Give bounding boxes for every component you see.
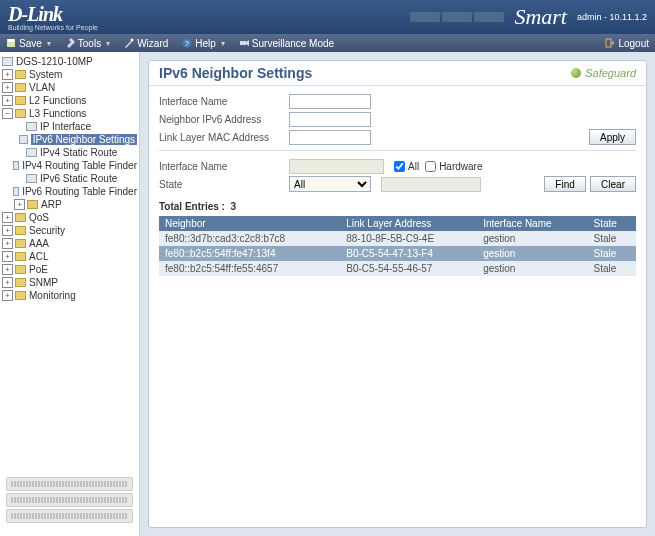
expand-icon[interactable]: + — [2, 290, 13, 301]
tree-node[interactable]: +Monitoring — [2, 289, 137, 302]
wizard-label: Wizard — [137, 38, 168, 49]
wizard-button[interactable]: Wizard — [124, 38, 168, 49]
help-menu[interactable]: ? Help▾ — [182, 38, 225, 49]
page-icon — [13, 187, 19, 196]
tree-node[interactable]: +System — [2, 68, 137, 81]
table-row[interactable]: fe80::b2c5:54ff:fe55:4657B0-C5-54-55-46-… — [159, 261, 636, 276]
tree-node[interactable]: IPv6 Static Route — [2, 172, 137, 185]
header-switch-graphic — [410, 12, 504, 22]
tree-label: ARP — [41, 199, 62, 210]
tree-node[interactable]: +L2 Functions — [2, 94, 137, 107]
safeguard-badge: Safeguard — [571, 67, 636, 79]
input-interface-name[interactable] — [289, 94, 371, 109]
tree-node[interactable]: IPv6 Routing Table Finder — [2, 185, 137, 198]
expand-icon[interactable]: + — [2, 212, 13, 223]
tree-node[interactable]: IPv4 Routing Table Finder — [2, 159, 137, 172]
folder-icon — [15, 291, 26, 300]
body: DGS-1210-10MP +System+VLAN+L2 Functions−… — [0, 52, 655, 536]
folder-icon — [15, 109, 26, 118]
input-link-layer-mac[interactable] — [289, 130, 371, 145]
apply-button[interactable]: Apply — [589, 129, 636, 145]
expand-icon[interactable]: + — [2, 251, 13, 262]
col-link-layer: Link Layer Address — [340, 216, 477, 231]
select-state[interactable]: All — [289, 176, 371, 192]
save-label: Save — [19, 38, 42, 49]
col-neighbor: Neighbor — [159, 216, 340, 231]
tree-node[interactable]: +AAA — [2, 237, 137, 250]
expand-icon[interactable]: + — [2, 225, 13, 236]
tree-label: IPv6 Neighbor Settings — [31, 134, 137, 145]
table-row[interactable]: fe80::3d7b:cad3:c2c8:b7c888-10-8F-5B-C9-… — [159, 231, 636, 246]
expand-icon[interactable]: + — [2, 95, 13, 106]
label-neighbor-ipv6: Neighbor IPv6 Address — [159, 114, 289, 125]
surveillance-button[interactable]: Surveillance Mode — [239, 38, 334, 49]
tree-label: L2 Functions — [29, 95, 86, 106]
expand-icon[interactable]: + — [2, 264, 13, 275]
checkbox-hardware-wrap[interactable]: Hardware — [425, 161, 482, 172]
expand-icon[interactable]: − — [2, 108, 13, 119]
sidebar: DGS-1210-10MP +System+VLAN+L2 Functions−… — [0, 52, 140, 536]
tree-node[interactable]: IPv6 Neighbor Settings — [2, 133, 137, 146]
logout-button[interactable]: Logout — [605, 38, 649, 49]
table-row[interactable]: fe80::b2c5:54ff:fe47:13f4B0-C5-54-47-13-… — [159, 246, 636, 261]
tree-node[interactable]: IP Interface — [2, 120, 137, 133]
input-neighbor-ipv6[interactable] — [289, 112, 371, 127]
expand-icon[interactable]: + — [14, 199, 25, 210]
table-cell: gestion — [477, 261, 587, 276]
table-cell: 88-10-8F-5B-C9-4E — [340, 231, 477, 246]
tree-label: ACL — [29, 251, 48, 262]
table-cell: Stale — [587, 246, 636, 261]
tree-device[interactable]: DGS-1210-10MP — [2, 55, 137, 68]
tree-label: Security — [29, 225, 65, 236]
tree-node[interactable]: +PoE — [2, 263, 137, 276]
tree-node[interactable]: +SNMP — [2, 276, 137, 289]
table-cell: B0-C5-54-55-46-57 — [340, 261, 477, 276]
table-cell: gestion — [477, 231, 587, 246]
svg-point-2 — [131, 39, 134, 42]
safeguard-icon — [571, 68, 581, 78]
find-button[interactable]: Find — [544, 176, 586, 192]
checkbox-all[interactable] — [394, 161, 405, 172]
tree-node[interactable]: +VLAN — [2, 81, 137, 94]
help-label: Help — [195, 38, 216, 49]
tree-node[interactable]: +ACL — [2, 250, 137, 263]
checkbox-hardware-label: Hardware — [439, 161, 482, 172]
smart-brand: Smart — [514, 4, 567, 30]
col-interface: Interface Name — [477, 216, 587, 231]
svg-rect-5 — [240, 41, 246, 45]
neighbor-table: Neighbor Link Layer Address Interface Na… — [159, 216, 636, 276]
checkbox-all-label: All — [408, 161, 419, 172]
tree-label: IPv4 Static Route — [40, 147, 117, 158]
checkbox-all-wrap[interactable]: All — [394, 161, 419, 172]
folder-icon — [15, 213, 26, 222]
settings-panel: IPv6 Neighbor Settings Safeguard Interfa… — [148, 60, 647, 528]
nav-tree: DGS-1210-10MP +System+VLAN+L2 Functions−… — [2, 55, 137, 471]
save-menu[interactable]: Save▾ — [6, 38, 51, 49]
expand-icon[interactable]: + — [2, 238, 13, 249]
safeguard-label: Safeguard — [585, 67, 636, 79]
expand-icon[interactable]: + — [2, 69, 13, 80]
logo: D-Link Building Networks for People — [8, 4, 98, 31]
folder-icon — [15, 265, 26, 274]
tree-node[interactable]: +QoS — [2, 211, 137, 224]
clear-button[interactable]: Clear — [590, 176, 636, 192]
tree-node[interactable]: +Security — [2, 224, 137, 237]
page-icon — [19, 135, 27, 144]
tree-label: PoE — [29, 264, 48, 275]
checkbox-hardware[interactable] — [425, 161, 436, 172]
table-cell: fe80::b2c5:54ff:fe47:13f4 — [159, 246, 340, 261]
expand-icon[interactable]: + — [2, 82, 13, 93]
svg-rect-1 — [8, 39, 14, 42]
readonly-state-extra — [381, 177, 481, 192]
tree-label: Monitoring — [29, 290, 76, 301]
tree-node[interactable]: −L3 Functions — [2, 107, 137, 120]
chevron-down-icon: ▾ — [106, 39, 110, 48]
help-icon: ? — [182, 38, 192, 48]
tree-node[interactable]: +ARP — [2, 198, 137, 211]
tools-menu[interactable]: Tools▾ — [65, 38, 110, 49]
page-icon — [13, 161, 19, 170]
tree-node[interactable]: IPv4 Static Route — [2, 146, 137, 159]
sidebar-device-image — [2, 471, 137, 533]
chevron-down-icon: ▾ — [221, 39, 225, 48]
expand-icon[interactable]: + — [2, 277, 13, 288]
